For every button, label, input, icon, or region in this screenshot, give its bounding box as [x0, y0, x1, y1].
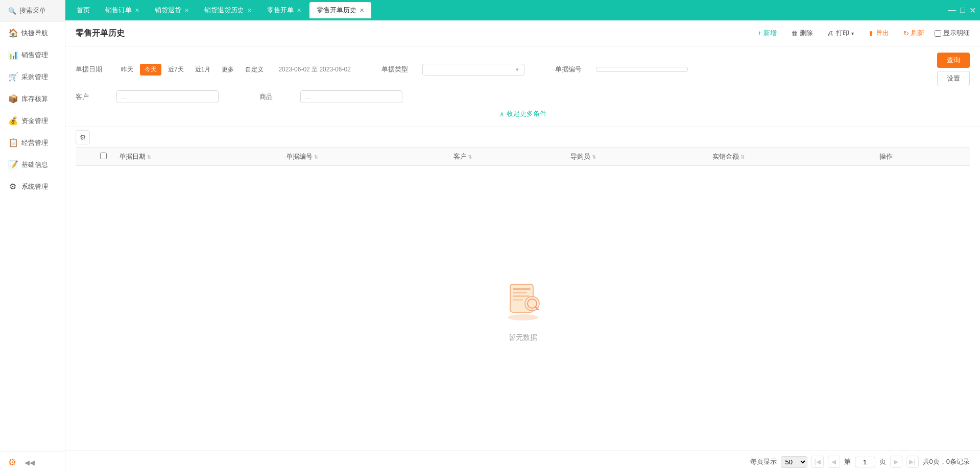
collapse-label: 收起更多条件 [507, 109, 546, 118]
sidebar-item-system-mgmt[interactable]: ⚙系统管理 [0, 176, 65, 197]
export-button[interactable]: ⬆ 导出 [864, 27, 893, 40]
sidebar-nav: 🏠快捷导航📊销售管理🛒采购管理📦库存核算💰资金管理📋经营管理📝基础信息⚙系统管理 [0, 22, 65, 197]
tab-close-sales-return-history[interactable]: ✕ [247, 7, 252, 14]
collapse-sidebar-icon[interactable]: ◀◀ [25, 459, 35, 466]
display-detail-checkbox-label[interactable]: 显示明细 [935, 29, 970, 38]
date-btn-自定义[interactable]: 自定义 [241, 64, 268, 76]
th-ops: 操作 [873, 148, 970, 166]
close-window-icon[interactable]: ✕ [969, 6, 976, 15]
sort-icon-guide: ⇅ [590, 154, 596, 160]
nav-icon-sales-mgmt: 📊 [8, 50, 17, 60]
sidebar-item-finance[interactable]: 💰资金管理 [0, 110, 65, 132]
sidebar-item-quick-nav[interactable]: 🏠快捷导航 [0, 22, 65, 44]
doc-type-select[interactable]: ▾ [422, 64, 524, 76]
nav-label-basic-info: 基础信息 [21, 160, 48, 169]
goods-placeholder: ... [306, 93, 312, 101]
content-area: 零售开单历史 + 新增 🗑 删除 🖨 打印 ▾ ⬆ 导出 ↻ [65, 20, 980, 473]
tab-sales-return-history[interactable]: 销货退货历史✕ [197, 2, 259, 18]
tab-close-sales-order[interactable]: ✕ [135, 7, 139, 14]
tab-label-sales-return-history: 销货退货历史 [204, 6, 244, 15]
sort-icon-doc_no: ⇅ [313, 154, 318, 160]
empty-icon [497, 274, 548, 325]
sidebar: 🔍 搜索采单 🏠快捷导航📊销售管理🛒采购管理📦库存核算💰资金管理📋经营管理📝基础… [0, 0, 65, 473]
minimize-icon[interactable]: — [948, 6, 956, 15]
next-page-button[interactable]: ▶ [890, 456, 902, 468]
customer-input[interactable]: ... [116, 90, 219, 103]
print-icon: 🖨 [827, 30, 834, 37]
date-btn-昨天[interactable]: 昨天 [116, 64, 138, 76]
sidebar-search[interactable]: 🔍 搜索采单 [0, 0, 65, 22]
per-page-label: 每页显示 [750, 457, 777, 466]
th-amount[interactable]: 实销金额 ⇅ [706, 148, 873, 166]
first-page-button[interactable]: |◀ [811, 456, 824, 468]
doc-no-input[interactable] [596, 67, 688, 72]
tab-sales-order[interactable]: 销售订单✕ [98, 2, 147, 18]
sort-icon-date: ⇅ [146, 154, 151, 160]
setting-button[interactable]: 设置 [937, 71, 970, 86]
tab-retail-history[interactable]: 零售开单历史✕ [309, 2, 371, 18]
per-page-select[interactable]: 2050100200 [781, 456, 807, 468]
display-detail-label: 显示明细 [943, 29, 970, 38]
nav-label-system-mgmt: 系统管理 [21, 182, 48, 191]
customer-placeholder: ... [122, 93, 128, 101]
svg-point-0 [508, 314, 538, 320]
nav-icon-system-mgmt: ⚙ [8, 182, 17, 191]
th-doc_no[interactable]: 单据编号 ⇅ [280, 148, 447, 166]
page-input[interactable] [855, 457, 875, 467]
empty-state: 暂无数据 [76, 166, 970, 450]
collapse-conditions[interactable]: ∧ 收起更多条件 [76, 107, 970, 120]
sidebar-search-label: 搜索采单 [19, 6, 46, 15]
svg-rect-2 [513, 288, 531, 290]
nav-label-purchase-mgmt: 采购管理 [21, 72, 48, 82]
tab-retail-open[interactable]: 零售开单✕ [260, 2, 308, 18]
th-customer[interactable]: 客户 ⇅ [447, 148, 564, 166]
table-column-settings-icon[interactable]: ⚙ [76, 130, 90, 144]
filter-row-2: 客户 ... 商品 ... [76, 90, 970, 103]
sidebar-item-inventory[interactable]: 📦库存核算 [0, 88, 65, 110]
print-button[interactable]: 🖨 打印 ▾ [823, 27, 858, 40]
nav-icon-operations: 📋 [8, 138, 17, 147]
tab-close-sales-return[interactable]: ✕ [184, 7, 189, 14]
tab-close-retail-history[interactable]: ✕ [360, 7, 364, 14]
last-page-button[interactable]: ▶| [906, 456, 919, 468]
chevron-up-icon: ∧ [499, 110, 505, 118]
date-btn-近1月[interactable]: 近1月 [190, 64, 216, 76]
tab-sales-return[interactable]: 销货退货✕ [148, 2, 196, 18]
tab-home[interactable]: 首页 [69, 2, 97, 18]
sidebar-item-sales-mgmt[interactable]: 📊销售管理 [0, 44, 65, 66]
tab-close-retail-open[interactable]: ✕ [297, 7, 301, 14]
goods-input[interactable]: ... [300, 90, 402, 103]
maximize-icon[interactable]: □ [960, 6, 965, 15]
date-btn-今天[interactable]: 今天 [140, 64, 161, 76]
col-label-doc_no: 单据编号 [286, 153, 313, 160]
doc-no-label: 单据编号 [555, 65, 586, 74]
th-guide[interactable]: 导购员 ⇅ [564, 148, 706, 166]
nav-label-quick-nav: 快捷导航 [21, 29, 48, 38]
date-filter-label: 单据日期 [76, 65, 106, 74]
nav-label-sales-mgmt: 销售管理 [21, 51, 48, 60]
table-area: ⚙ 单据日期 ⇅单据编号 ⇅客户 ⇅导购员 ⇅实销金额 ⇅操作 [65, 127, 980, 450]
date-btn-近7天[interactable]: 近7天 [163, 64, 188, 76]
sidebar-item-purchase-mgmt[interactable]: 🛒采购管理 [0, 66, 65, 88]
tab-bar: 首页销售订单✕销货退货✕销货退货历史✕零售开单✕零售开单历史✕ — □ ✕ [65, 0, 980, 20]
display-detail-checkbox[interactable] [935, 30, 941, 37]
settings-icon[interactable]: ⚙ [8, 457, 16, 468]
select-all-checkbox[interactable] [100, 153, 107, 159]
nav-icon-quick-nav: 🏠 [8, 28, 17, 38]
sidebar-item-operations[interactable]: 📋经营管理 [0, 132, 65, 154]
add-button[interactable]: + 新增 [754, 27, 781, 40]
col-label-ops: 操作 [879, 153, 893, 160]
delete-button[interactable]: 🗑 删除 [787, 27, 817, 40]
page-title: 零售开单历史 [76, 28, 125, 39]
sidebar-item-basic-info[interactable]: 📝基础信息 [0, 154, 65, 176]
svg-rect-4 [513, 295, 529, 297]
tab-label-sales-return: 销货退货 [155, 6, 181, 15]
th-date[interactable]: 单据日期 ⇅ [113, 148, 280, 166]
filter-row-1: 单据日期 昨天今天近7天近1月更多自定义 2023-06-02 至 2023-0… [76, 53, 970, 86]
search-icon: 🔍 [8, 7, 16, 15]
query-button[interactable]: 查询 [937, 53, 970, 68]
prev-page-button[interactable]: ◀ [828, 456, 840, 468]
refresh-button[interactable]: ↻ 刷新 [899, 27, 928, 40]
nav-label-inventory: 库存核算 [21, 94, 48, 104]
date-btn-更多[interactable]: 更多 [217, 64, 238, 76]
